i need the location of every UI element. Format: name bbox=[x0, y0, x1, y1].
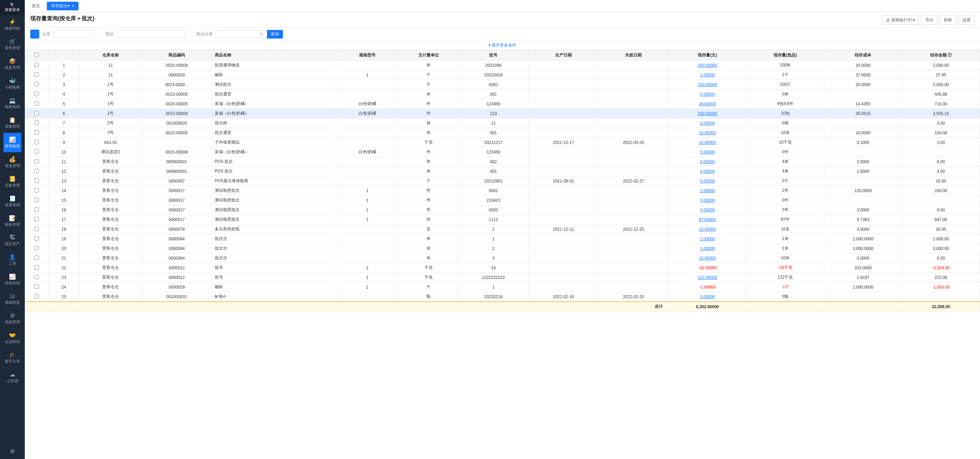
sidebar-item-fixed[interactable]: 🏗固定资产 bbox=[3, 231, 21, 250]
row-qty-main[interactable]: 10.00000 bbox=[668, 253, 746, 263]
table-row[interactable]: 14 普客仓仓 0000017 测试电壁批次 1 件 0001 2.00000 … bbox=[25, 186, 980, 196]
table-row[interactable]: 25 普客仓仓 001000031 鲈鱼A 瓶 20220216 2022-02… bbox=[25, 292, 980, 302]
row-select-checkbox[interactable] bbox=[34, 294, 39, 298]
table-row[interactable]: 15 普客仓仓 0000017 测试电壁批次 1 件 210423 0.0000… bbox=[25, 196, 980, 205]
table-row[interactable]: 13 普客仓仓 0000097 POS显示来保险商 个 20210901 202… bbox=[25, 176, 980, 186]
row-qty-main[interactable]: 0.00000 bbox=[668, 147, 746, 157]
row-select-checkbox[interactable] bbox=[34, 92, 39, 96]
row-qty-main[interactable]: 0.00000 bbox=[668, 89, 746, 99]
search-button[interactable]: 查询 bbox=[266, 30, 283, 38]
row-select-checkbox[interactable] bbox=[34, 72, 39, 77]
sidebar-item-labor[interactable]: 👤工资 bbox=[3, 250, 21, 270]
sidebar-item-ops[interactable]: 📈经营管理 bbox=[3, 270, 21, 290]
table-row[interactable]: 3 1号 0023-0000... 测试批次 斤 A001 100.00000 … bbox=[25, 80, 980, 89]
row-select-checkbox[interactable] bbox=[34, 150, 39, 154]
row-select-checkbox[interactable] bbox=[34, 255, 39, 260]
select-all-checkbox[interactable] bbox=[34, 53, 39, 57]
export-button[interactable]: 导出 bbox=[921, 16, 937, 25]
row-select-checkbox[interactable] bbox=[34, 63, 39, 67]
goods-dots[interactable]: ... bbox=[188, 32, 194, 37]
category-input[interactable] bbox=[215, 30, 267, 38]
row-select-checkbox[interactable] bbox=[34, 159, 39, 164]
row-select-checkbox[interactable] bbox=[34, 130, 39, 135]
table-row[interactable]: 20 普客仓仓 0000084 批次次 米 2 1.00000 1米 3,000… bbox=[25, 244, 980, 253]
row-qty-main[interactable]: 100.00000 bbox=[668, 61, 746, 70]
tab-close[interactable]: ✕ bbox=[72, 4, 74, 8]
row-qty-main[interactable]: 0.00000 bbox=[668, 292, 746, 302]
row-qty-main[interactable]: 0.00000 bbox=[668, 196, 746, 205]
row-qty-main[interactable]: -1.00000 bbox=[668, 282, 746, 292]
row-qty-main[interactable]: 4.00000 bbox=[668, 167, 746, 176]
sidebar-item-quick-nav[interactable]: ⚡快捷导航 bbox=[3, 15, 21, 35]
table-row[interactable]: 5 1号 0023-00005 富城（白色/奶橘） 白色/奶橘 件 123456… bbox=[25, 99, 980, 109]
row-qty-main[interactable]: 1.00000 bbox=[668, 70, 746, 80]
table-row[interactable]: 23 普客仓仓 0000012 批号 1 千克 1222222222 122.0… bbox=[25, 273, 980, 282]
row-select-checkbox[interactable] bbox=[34, 101, 39, 106]
row-select-checkbox[interactable] bbox=[34, 169, 39, 173]
table-row[interactable]: 2 11 0000029 橱际 1 个 20220429 1.00000 1个 … bbox=[25, 70, 980, 80]
refresh-button[interactable]: 刷新 bbox=[940, 16, 956, 25]
row-qty-main[interactable]: 100.00000 bbox=[668, 80, 746, 89]
row-qty-main[interactable]: 1.00000 bbox=[668, 244, 746, 253]
row-qty-main[interactable]: 10.00000 bbox=[668, 138, 746, 147]
sidebar-item-assets[interactable]: 💰资金管理 bbox=[3, 153, 21, 172]
sidebar-settings[interactable]: ⚙ bbox=[0, 445, 25, 459]
sidebar-item-tax[interactable]: 📝税务管理 bbox=[3, 212, 21, 231]
warehouse-input[interactable] bbox=[53, 30, 94, 38]
sidebar-search-menu[interactable]: 🔍 搜索菜单 bbox=[0, 0, 25, 15]
expand-more-button[interactable]: ▾ 展开更多条件 bbox=[488, 42, 516, 48]
row-select-checkbox[interactable] bbox=[34, 236, 39, 241]
table-row[interactable]: 1 11 0023-00009 软质通用物道 米 2021098 100.000… bbox=[25, 61, 980, 70]
sidebar-item-system[interactable]: ⚙系统管理 bbox=[3, 309, 21, 328]
row-qty-main[interactable]: -16.00000 bbox=[668, 263, 746, 273]
sidebar-item-invoice[interactable]: 🧾发票管理 bbox=[3, 192, 21, 212]
row-select-checkbox[interactable] bbox=[34, 217, 39, 222]
row-qty-main[interactable]: 4.00000 bbox=[668, 157, 746, 167]
row-qty-main[interactable]: 3.00000 bbox=[668, 205, 746, 215]
row-select-checkbox[interactable] bbox=[34, 275, 39, 279]
row-select-checkbox[interactable] bbox=[34, 121, 39, 125]
table-row[interactable]: 21 普客仓仓 0000084 批次次 米 3 10.00000 10米 0.0… bbox=[25, 253, 980, 263]
row-qty-main[interactable]: 0.00000 bbox=[668, 176, 746, 186]
row-select-checkbox[interactable] bbox=[34, 111, 39, 115]
table-row[interactable]: 24 普客仓仓 0000029 橱际 1 个 1 -1.00000 -1个 1,… bbox=[25, 282, 980, 292]
sidebar-item-general[interactable]: 📒总账管理 bbox=[3, 172, 21, 192]
table-row[interactable]: 7 2号 001000026 批次框 箱 11 0.00000 0箱 0.00 bbox=[25, 118, 980, 128]
expand-sidebar-button[interactable]: 〈 bbox=[30, 30, 39, 38]
category-dropdown-icon[interactable]: ▾ bbox=[260, 32, 262, 37]
sidebar-item-cloud[interactable]: ☁云应用 bbox=[3, 368, 21, 387]
table-row[interactable]: 4 1号 0023-00005 批次通货 米 001 0.00000 0米 44… bbox=[25, 89, 980, 99]
table-row[interactable]: 19 普客仓仓 0000084 批次次 米 1 1.00000 1米 2,000… bbox=[25, 234, 980, 244]
row-select-checkbox[interactable] bbox=[34, 178, 39, 183]
sidebar-item-retail[interactable]: 🛒零售管理 bbox=[3, 35, 21, 54]
table-row[interactable]: 11 普客仓仓 000900001 POS 批次 米 002 4.00000 4… bbox=[25, 157, 980, 167]
row-qty-main[interactable]: 87.00000 bbox=[668, 215, 746, 225]
table-row[interactable]: 16 普客仓仓 0000017 测试电壁批次 1 件 0003 3.00000 … bbox=[25, 205, 980, 215]
row-qty-main[interactable]: 2.00000 bbox=[668, 186, 746, 196]
settings-button[interactable]: 设置 bbox=[959, 16, 975, 25]
row-select-checkbox[interactable] bbox=[34, 82, 39, 86]
goods-input[interactable] bbox=[116, 30, 185, 38]
row-select-checkbox[interactable] bbox=[34, 188, 39, 193]
sidebar-item-ecommerce[interactable]: 💻电商管理 bbox=[3, 94, 21, 113]
table-row[interactable]: 18 普客仓仓 0000078 多头黑色软线 支 2 2021-12-21 20… bbox=[25, 225, 980, 234]
row-select-checkbox[interactable] bbox=[34, 246, 39, 250]
sidebar-item-basic[interactable]: 🗂基础信息 bbox=[3, 290, 21, 309]
sidebar-item-ecommerce-small[interactable]: 🐳小鲸电商 bbox=[3, 74, 21, 94]
row-qty-main[interactable]: 10.00000 bbox=[668, 225, 746, 234]
row-qty-main[interactable]: 1.00000 bbox=[668, 234, 746, 244]
row-qty-main[interactable]: 100.00000 bbox=[668, 109, 746, 118]
warehouse-dots[interactable]: ... bbox=[97, 32, 103, 37]
sidebar-item-guide[interactable]: 🎓新手引导 bbox=[3, 348, 21, 368]
sidebar-item-corp[interactable]: 🤝企业协同 bbox=[3, 328, 21, 348]
table-row[interactable]: 9 A01-01 子件保质期品 千克 20211217 2021-12-17 2… bbox=[25, 138, 980, 147]
tab-home[interactable]: 首页 bbox=[27, 2, 44, 10]
sidebar-item-purchase[interactable]: 📋采购管理 bbox=[3, 113, 21, 133]
table-row[interactable]: 6 1号 0023-00008 富城（白色/奶橘） 白色/奶橘 件 123 10… bbox=[25, 109, 980, 118]
print-button[interactable]: 🖨 按模板打印 ▾ bbox=[882, 16, 919, 25]
row-select-checkbox[interactable] bbox=[34, 140, 39, 144]
table-row[interactable]: 8 2号 0023-00005 批次通货 米 001 10.00000 10米 … bbox=[25, 128, 980, 138]
row-qty-main[interactable]: 10.00000 bbox=[668, 128, 746, 138]
row-qty-main[interactable]: 49.60000 bbox=[668, 99, 746, 109]
row-select-checkbox[interactable] bbox=[34, 265, 39, 269]
